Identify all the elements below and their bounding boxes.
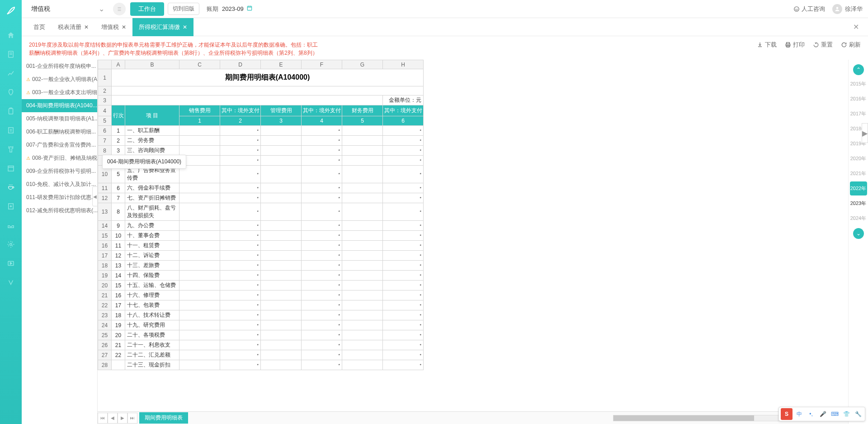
data-cell[interactable] (342, 291, 383, 300)
row-num[interactable]: 13 (112, 261, 125, 271)
doc-item-4[interactable]: 005-纳税调整项目明细表(A1... (22, 112, 97, 125)
data-cell[interactable]: * (302, 136, 342, 146)
data-cell[interactable] (179, 271, 220, 281)
row-num[interactable]: 8 (112, 203, 125, 221)
row-label[interactable]: 十三、差旅费 (125, 261, 179, 271)
data-cell[interactable]: * (220, 291, 261, 300)
doc-item-3[interactable]: 004-期间费用明细表(A1040... (22, 99, 97, 112)
data-cell[interactable]: * (220, 126, 261, 136)
data-cell[interactable]: * (383, 241, 424, 251)
ime-voice-icon[interactable]: 🎤 (818, 409, 828, 419)
row-num[interactable]: 7 (112, 193, 125, 203)
data-cell[interactable]: * (383, 126, 424, 136)
data-cell[interactable]: * (383, 281, 424, 291)
col-header[interactable]: F (302, 60, 342, 69)
row-num[interactable]: 18 (112, 310, 125, 320)
data-cell[interactable]: * (302, 221, 342, 231)
data-cell[interactable] (261, 126, 302, 136)
data-cell[interactable]: * (220, 166, 261, 183)
data-cell[interactable] (261, 221, 302, 231)
data-cell[interactable] (179, 221, 220, 231)
data-cell[interactable]: * (220, 241, 261, 251)
data-cell[interactable] (261, 310, 302, 320)
print-button[interactable]: 打印 (785, 41, 805, 49)
data-cell[interactable]: * (220, 330, 261, 340)
data-cell[interactable]: * (383, 310, 424, 320)
row-num[interactable] (112, 360, 125, 370)
data-cell[interactable] (342, 251, 383, 261)
nav-calendar-icon[interactable] (3, 160, 19, 176)
row-num[interactable]: 2 (112, 136, 125, 146)
data-cell[interactable]: * (383, 231, 424, 241)
data-cell[interactable]: * (383, 360, 424, 370)
data-cell[interactable]: * (383, 271, 424, 281)
nav-video-icon[interactable] (3, 255, 19, 272)
data-cell[interactable]: * (220, 320, 261, 330)
sheet-tab[interactable]: 期间费用明细表 (139, 412, 188, 424)
data-cell[interactable] (342, 340, 383, 350)
refresh-button[interactable]: 刷新 (841, 41, 861, 49)
data-cell[interactable] (342, 241, 383, 251)
data-cell[interactable] (179, 183, 220, 193)
doc-item-1[interactable]: ⚠002-一般企业收入明细表(A1... (22, 73, 97, 86)
data-cell[interactable]: * (302, 203, 342, 221)
doc-item-0[interactable]: 001-企业所得税年度纳税申... (22, 60, 97, 73)
ime-punct-icon[interactable]: •, (806, 409, 816, 419)
tab-close-icon[interactable]: ✕ (122, 24, 126, 30)
data-cell[interactable] (261, 340, 302, 350)
data-cell[interactable]: * (220, 231, 261, 241)
data-cell[interactable] (179, 320, 220, 330)
row-label[interactable]: 八、财产损耗、盘亏及毁损损失 (125, 203, 179, 221)
col-header[interactable]: G (342, 60, 383, 69)
data-cell[interactable]: * (302, 156, 342, 166)
data-cell[interactable]: * (220, 146, 261, 156)
nav-settings-icon[interactable] (3, 236, 19, 252)
data-cell[interactable]: * (220, 251, 261, 261)
ime-keyboard-icon[interactable]: ⌨ (830, 409, 840, 419)
row-num[interactable]: 10 (112, 231, 125, 241)
data-cell[interactable]: * (302, 281, 342, 291)
data-cell[interactable] (261, 136, 302, 146)
row-label[interactable]: 一、职工薪酬 (125, 126, 179, 136)
data-cell[interactable]: * (220, 360, 261, 370)
data-cell[interactable]: * (302, 271, 342, 281)
nav-report-icon[interactable] (3, 122, 19, 138)
data-cell[interactable] (342, 203, 383, 221)
data-cell[interactable] (261, 291, 302, 300)
doc-item-9[interactable]: 010-免税、减计收入及加计... (22, 178, 97, 191)
row-num[interactable]: 16 (112, 291, 125, 300)
data-cell[interactable] (261, 241, 302, 251)
tab-3[interactable]: 所得税汇算清缴✕ (132, 18, 193, 36)
data-cell[interactable] (179, 310, 220, 320)
data-cell[interactable] (179, 126, 220, 136)
data-cell[interactable] (179, 300, 220, 310)
user-menu[interactable]: 徐泽华 (832, 4, 863, 14)
row-num[interactable]: 6 (112, 183, 125, 193)
row-label[interactable]: 十六、修理费 (125, 291, 179, 300)
data-cell[interactable] (261, 193, 302, 203)
sheet-first-icon[interactable]: ⏮ (98, 413, 108, 424)
expand-right-icon[interactable]: ▶ (862, 123, 868, 143)
data-cell[interactable]: * (220, 193, 261, 203)
data-cell[interactable]: * (383, 251, 424, 261)
data-cell[interactable] (342, 146, 383, 156)
sheet-last-icon[interactable]: ⏭ (127, 413, 137, 424)
calendar-icon[interactable] (246, 5, 253, 13)
data-cell[interactable] (342, 271, 383, 281)
data-cell[interactable] (261, 330, 302, 340)
data-cell[interactable]: * (383, 221, 424, 231)
close-all-tabs-icon[interactable]: ✕ (849, 23, 863, 31)
data-cell[interactable] (261, 156, 302, 166)
row-label[interactable]: 十、董事会费 (125, 231, 179, 241)
row-num[interactable]: 12 (112, 251, 125, 261)
ime-toolbox-icon[interactable]: 🔧 (853, 409, 863, 419)
data-cell[interactable]: * (302, 261, 342, 271)
tab-close-icon[interactable]: ✕ (183, 24, 187, 30)
data-cell[interactable] (342, 261, 383, 271)
data-cell[interactable]: * (220, 300, 261, 310)
data-cell[interactable] (179, 330, 220, 340)
data-cell[interactable] (179, 203, 220, 221)
doc-item-7[interactable]: ⚠008-资产折旧、摊销及纳税... (22, 152, 97, 165)
tax-type-dropdown[interactable]: 增值税 ⌄ (27, 2, 108, 15)
year-2024年[interactable]: 2024年 (850, 211, 867, 225)
